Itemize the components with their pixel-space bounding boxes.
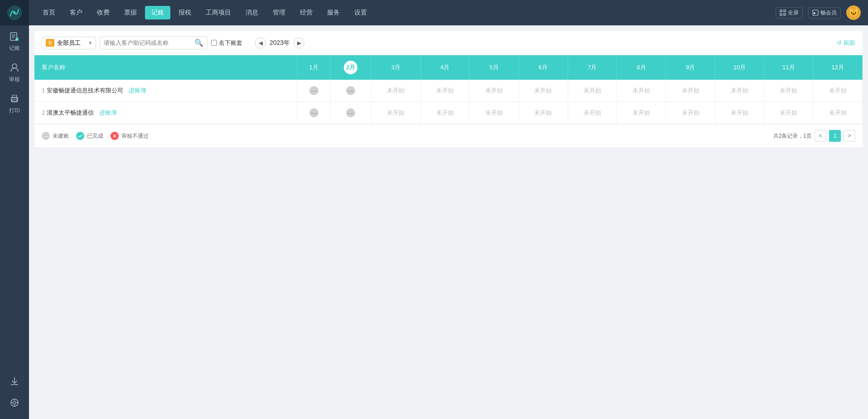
nav-tax[interactable]: 报税 — [172, 6, 198, 19]
not-started-text: 未开始 — [731, 87, 748, 94]
cell-month-1: — — [298, 102, 330, 124]
legend-rejected: 审核不通过 — [111, 132, 149, 140]
nav-home[interactable]: 首页 — [36, 6, 62, 19]
cell-month-1: — — [298, 80, 330, 102]
nav-bookkeeping[interactable]: 记账 — [145, 6, 170, 19]
col-jun: 6月 — [519, 55, 568, 80]
cell-month-9: 未开始 — [666, 80, 715, 102]
col-may: 5月 — [469, 55, 518, 80]
table-row: 2漠澳太平畅捷通信 进账簿——未开始未开始未开始未开始未开始未开始未开始未开始未… — [34, 102, 863, 124]
download-icon — [7, 375, 22, 387]
cell-month-4: 未开始 — [420, 80, 469, 102]
sidebar-item-bookkeeping[interactable]: $ 记账 — [0, 25, 29, 57]
not-started-text: 未开始 — [682, 109, 699, 116]
customer-name: 漠澳太平畅捷通信 — [47, 109, 94, 116]
not-started-text: 未开始 — [534, 109, 552, 116]
year-prev-button[interactable]: ◀ — [255, 38, 266, 48]
checkbox-label[interactable]: 名下账套 — [211, 39, 242, 47]
search-input[interactable] — [100, 37, 191, 48]
nav-business[interactable]: 工商项目 — [199, 6, 237, 19]
col-feb: 2月 — [330, 55, 371, 80]
sidebar-item-support[interactable] — [0, 392, 29, 414]
cell-month-3: 未开始 — [371, 80, 420, 102]
cell-month-2: — — [330, 80, 371, 102]
user-avatar[interactable]: 🐱 — [846, 5, 861, 20]
svg-point-1 — [13, 11, 15, 14]
enter-link[interactable]: 进账簿 — [127, 87, 146, 94]
col-jan: 1月 — [298, 55, 330, 80]
cell-month-5: 未开始 — [469, 80, 518, 102]
search-button[interactable]: 🔍 — [191, 37, 207, 49]
app-logo — [0, 0, 29, 25]
employee-label: 全部员工 — [57, 39, 81, 47]
col-nov: 11月 — [764, 55, 813, 80]
fullscreen-button[interactable]: 全屏 — [776, 7, 803, 19]
cell-month-9: 未开始 — [666, 102, 715, 124]
legend-dot-teal — [76, 132, 84, 140]
search-wrapper: 🔍 — [100, 36, 207, 49]
pagination: 共2条记录，1页 < 1 > — [773, 130, 855, 142]
cell-month-8: 未开始 — [617, 80, 666, 102]
table-footer: — 未建账 已完成 审核不通过 共2条记录，1页 — [34, 124, 863, 147]
nav-billing[interactable]: 收费 — [91, 6, 116, 19]
table-header-row: 客户名称 1月 2月 3月 4月 5月 6月 — [34, 55, 863, 80]
col-sep: 9月 — [666, 55, 715, 80]
prev-page-button[interactable]: < — [815, 130, 826, 142]
legend-dot-red — [111, 132, 119, 140]
sidebar-item-print[interactable]: 打印 — [0, 88, 29, 119]
not-started-text: 未开始 — [485, 109, 503, 116]
col-dec: 12月 — [813, 55, 862, 80]
svg-point-12 — [16, 98, 17, 99]
cell-month-5: 未开始 — [469, 102, 518, 124]
year-next-button[interactable]: ▶ — [294, 38, 304, 48]
year-display: 2023年 — [270, 39, 290, 47]
col-mar: 3月 — [371, 55, 420, 80]
col-jul: 7月 — [568, 55, 617, 80]
nav-service[interactable]: 服务 — [321, 6, 346, 19]
nav-invoice[interactable]: 票据 — [118, 6, 143, 19]
cell-month-12: 未开始 — [813, 80, 862, 102]
vip-button[interactable]: ▶ 畅会员 — [808, 7, 841, 19]
nav-settings[interactable]: 设置 — [348, 6, 373, 19]
not-started-text: 未开始 — [829, 109, 847, 116]
not-started-text: 未开始 — [682, 87, 699, 94]
cell-month-2: — — [330, 102, 371, 124]
col-name: 客户名称 — [34, 55, 298, 80]
table-row: 1安徽畅捷通信息技术有限公司 进账簿——未开始未开始未开始未开始未开始未开始未开… — [34, 80, 863, 102]
nav-message[interactable]: 消息 — [239, 6, 265, 19]
cell-month-6: 未开始 — [519, 80, 568, 102]
employee-select[interactable]: 全 全部员工 ▾ — [42, 37, 96, 49]
dash-icon: — — [346, 108, 355, 117]
customer-name: 安徽畅捷通信息技术有限公司 — [47, 87, 123, 94]
dash-icon: — — [309, 86, 318, 95]
cell-month-11: 未开始 — [764, 80, 813, 102]
refresh-button[interactable]: ↺ 刷新 — [837, 39, 855, 47]
cell-month-11: 未开始 — [764, 102, 813, 124]
enter-link[interactable]: 进账簿 — [97, 109, 117, 116]
not-started-text: 未开始 — [829, 87, 847, 94]
row-num: 2 — [42, 109, 45, 116]
main-card: 全 全部员工 ▾ 🔍 名下账套 ◀ 2023年 ▶ — [34, 31, 863, 147]
svg-point-15 — [13, 401, 16, 404]
nav-operation[interactable]: 经营 — [294, 6, 319, 19]
sidebar-item-audit[interactable]: 审核 — [0, 57, 29, 88]
bookkeeping-icon: $ — [7, 30, 22, 43]
nav-customer[interactable]: 客户 — [63, 6, 89, 19]
svg-rect-21 — [784, 10, 786, 12]
sidebar-label-bookkeeping: 记账 — [9, 44, 20, 52]
sidebar-item-download[interactable] — [0, 370, 29, 392]
page-1-button[interactable]: 1 — [829, 130, 841, 142]
support-icon — [7, 396, 22, 409]
not-started-text: 未开始 — [632, 109, 650, 116]
account-checkbox[interactable] — [211, 40, 217, 46]
nav-manage[interactable]: 管理 — [266, 6, 292, 19]
sidebar-label-print: 打印 — [9, 107, 20, 115]
cell-name: 2漠澳太平畅捷通信 进账簿 — [34, 102, 298, 124]
cell-month-4: 未开始 — [420, 102, 469, 124]
not-started-text: 未开始 — [780, 109, 797, 116]
dash-icon: — — [309, 108, 318, 117]
col-apr: 4月 — [420, 55, 469, 80]
audit-icon — [7, 61, 22, 74]
next-page-button[interactable]: > — [844, 130, 855, 142]
vip-label: 畅会员 — [820, 9, 837, 17]
